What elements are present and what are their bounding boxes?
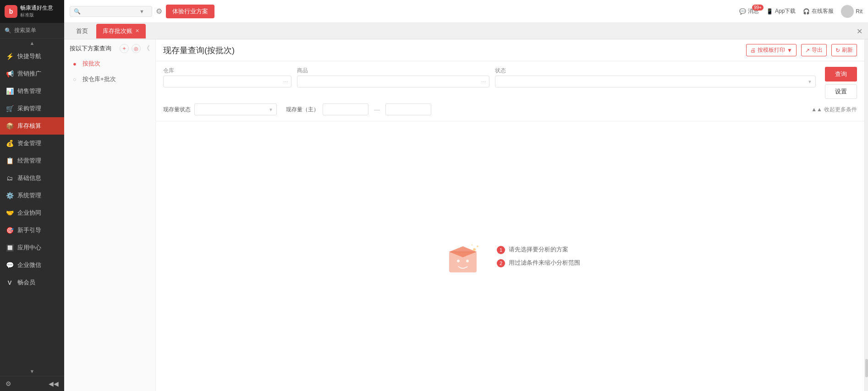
left-panel-header: 按以下方案查询 + ◎ 《 (64, 39, 155, 56)
goods-label: 商品 (297, 67, 489, 75)
tab-batch-account[interactable]: 库存批次账 ✕ (96, 24, 146, 38)
sidebar-item-purchase[interactable]: 🛒 采购管理 (0, 100, 64, 117)
app-download-button[interactable]: 📱 App下载 (766, 7, 796, 15)
sidebar-item-member[interactable]: V 畅会员 (0, 274, 64, 291)
search-dropdown-icon[interactable]: ▼ (139, 9, 144, 14)
stock-qty-from-input[interactable] (323, 103, 368, 115)
page-header-actions: 🖨 按模板打印 ▼ ↗ 导出 ↻ 刷新 (746, 44, 857, 56)
sidebar-search[interactable]: 🔍 搜索菜单 (0, 23, 64, 38)
tab-panel-close-icon[interactable]: ✕ (857, 27, 863, 35)
refresh-button[interactable]: ↻ 刷新 (831, 44, 857, 56)
svg-point-3 (457, 260, 460, 262)
sidebar-item-label: 企业协同 (17, 209, 41, 217)
stock-status-select[interactable] (194, 103, 277, 115)
collapse-filter-button[interactable]: ▲▲ 收起更多条件 (811, 106, 857, 114)
messages-badge: 99+ (752, 5, 764, 11)
sidebar-scroll-up[interactable]: ▲ (30, 40, 35, 46)
avatar (841, 5, 854, 18)
sidebar-item-label: 新手引导 (17, 226, 41, 234)
filter-area: 仓库 ··· 商品 ··· (156, 61, 864, 121)
warehouse-input[interactable] (163, 76, 291, 87)
add-scheme-button[interactable]: + (120, 44, 129, 53)
page-title: 现存量查询(按批次) (163, 45, 235, 56)
try-industry-button[interactable]: 体验行业方案 (166, 5, 214, 18)
phone-icon: 📱 (766, 8, 773, 15)
collapse-filter-label: 收起更多条件 (824, 106, 857, 114)
tab-close-icon[interactable]: ✕ (135, 28, 139, 34)
gear-button[interactable]: ⚙ (156, 7, 162, 16)
warehouse-dots-icon[interactable]: ··· (283, 78, 288, 85)
export-label: 导出 (812, 46, 823, 54)
empty-illustration (440, 234, 486, 279)
online-service-button[interactable]: 🎧 在线客服 (803, 7, 834, 15)
messages-button[interactable]: 💬 消息 99+ (739, 7, 759, 15)
sidebar-item-newbie[interactable]: 🎯 新手引导 (0, 222, 64, 239)
status-filter: 状态 ▼ (495, 67, 816, 87)
warehouse-filter: 仓库 ··· (163, 67, 291, 87)
sidebar-item-label: 库存核算 (17, 122, 41, 130)
stock-qty-to-input[interactable] (385, 103, 431, 115)
sidebar-scroll-down[interactable]: ▼ (30, 369, 35, 374)
left-panel-collapse-icon[interactable]: 《 (143, 44, 150, 53)
search-box: 🔍 ▼ (70, 6, 152, 17)
svg-point-7 (472, 244, 473, 245)
goods-input[interactable] (297, 76, 489, 87)
scheme-by-batch[interactable]: ● 按批次 (64, 56, 155, 71)
tab-home[interactable]: 首页 (70, 24, 94, 38)
status-select[interactable] (495, 76, 816, 87)
sidebar-item-operations[interactable]: 📋 经营管理 (0, 152, 64, 169)
sidebar-item-enterprise[interactable]: 🤝 企业协同 (0, 204, 64, 222)
step-2-text: 用过滤条件来缩小分析范围 (509, 259, 580, 267)
sidebar-item-system[interactable]: ⚙️ 系统管理 (0, 187, 64, 204)
sidebar-item-finance[interactable]: 💰 资金管理 (0, 135, 64, 152)
refresh-icon: ↻ (835, 47, 840, 54)
print-label: 按模板打印 (758, 46, 785, 54)
warehouse-input-wrap: ··· (163, 76, 291, 87)
svg-point-4 (466, 260, 469, 262)
scheme-active-icon: ● (71, 60, 79, 68)
settings-icon[interactable]: ⚙ (5, 380, 11, 387)
box-svg-icon (440, 234, 486, 279)
query-button[interactable]: 查询 (825, 67, 857, 81)
sidebar-item-apps[interactable]: 🔲 应用中心 (0, 239, 64, 256)
search-icon: 🔍 (74, 8, 81, 15)
scheme-settings-icon[interactable]: ◎ (132, 44, 141, 53)
step-1-text: 请先选择要分析的方案 (509, 245, 568, 254)
scheme-inactive-icon: ○ (71, 75, 79, 83)
apps-icon: 🔲 (5, 244, 14, 252)
collapse-chevron-icon: ▲▲ (811, 106, 822, 113)
print-button[interactable]: 🖨 按模板打印 ▼ (746, 44, 797, 56)
search-input[interactable] (82, 8, 137, 15)
user-profile-button[interactable]: Rit (841, 5, 863, 18)
newbie-icon: 🎯 (5, 226, 14, 234)
right-scrollbar[interactable] (864, 39, 868, 391)
sidebar-item-quick-nav[interactable]: ⚡ 快捷导航 (0, 48, 64, 65)
scrollbar-thumb[interactable] (865, 359, 868, 377)
scheme-by-batch-label: 按批次 (82, 60, 100, 68)
export-button[interactable]: ↗ 导出 (801, 44, 827, 56)
settings-button[interactable]: 设置 (825, 84, 857, 99)
print-dropdown-icon[interactable]: ▼ (787, 47, 792, 54)
status-label: 状态 (495, 67, 816, 75)
sidebar-header: b 畅康通好生意 标准版 (0, 0, 64, 23)
app-logo: b (5, 5, 17, 18)
goods-dots-icon[interactable]: ··· (481, 78, 486, 85)
sidebar-item-basic[interactable]: 🗂 基础信息 (0, 169, 64, 187)
sidebar-item-wechat[interactable]: 💬 企业微信 (0, 256, 64, 274)
stock-status-label: 现存量状态 (163, 106, 191, 114)
sidebar-item-sales[interactable]: 📊 销售管理 (0, 82, 64, 100)
sidebar-item-label: 快捷导航 (17, 52, 41, 60)
sidebar-item-inventory[interactable]: 📦 库存核算 (0, 117, 64, 135)
sidebar-item-label: 经营管理 (17, 157, 41, 165)
warehouse-label: 仓库 (163, 67, 291, 75)
empty-text-block: 1 请先选择要分析的方案 2 用过滤条件来缩小分析范围 (497, 245, 580, 267)
collapse-icon[interactable]: ◀◀ (49, 380, 59, 387)
step-1-number: 1 (497, 246, 505, 254)
sales-icon: 📊 (5, 87, 14, 95)
sidebar-item-label: 采购管理 (17, 104, 41, 113)
member-icon: V (5, 278, 14, 287)
headset-icon: 🎧 (803, 8, 810, 15)
sidebar-item-marketing[interactable]: 📢 营销推广 (0, 65, 64, 82)
scheme-by-warehouse-batch[interactable]: ○ 按仓库+批次 (64, 71, 155, 87)
empty-state: 1 请先选择要分析的方案 2 用过滤条件来缩小分析范围 (156, 121, 864, 391)
